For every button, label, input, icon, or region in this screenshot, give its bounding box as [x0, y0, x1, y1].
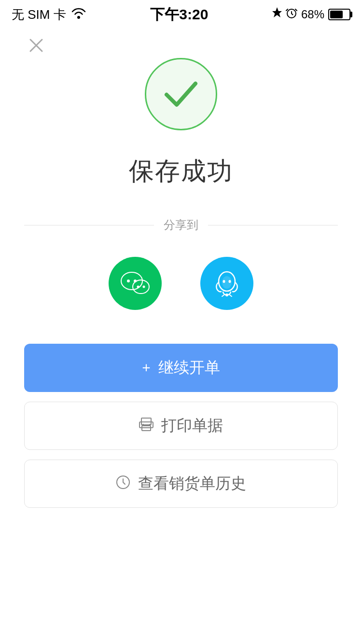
- wechat-logo: [120, 270, 151, 297]
- success-circle: [145, 58, 217, 130]
- share-label: 分享到: [164, 217, 198, 233]
- svg-point-10: [223, 280, 225, 283]
- clock-icon: [116, 475, 130, 493]
- svg-point-11: [228, 280, 231, 283]
- svg-point-4: [133, 280, 149, 294]
- sim-status: 无 SIM 卡: [12, 6, 66, 23]
- svg-point-9: [225, 294, 228, 296]
- print-icon: [139, 418, 153, 434]
- wifi-icon: [71, 7, 86, 22]
- battery-icon: [328, 9, 350, 20]
- action-buttons: + 继续开单 打印单据 查看销货单历史: [0, 344, 362, 508]
- svg-point-2: [127, 280, 130, 282]
- status-left: 无 SIM 卡: [12, 6, 86, 23]
- wechat-share-button[interactable]: [109, 257, 162, 310]
- battery-text: 68%: [301, 8, 324, 21]
- location-icon: [272, 7, 282, 22]
- alarm-icon: [286, 7, 297, 22]
- history-button[interactable]: 查看销货单历史: [24, 460, 338, 508]
- status-time: 下午3:20: [150, 5, 208, 25]
- print-button[interactable]: 打印单据: [24, 402, 338, 450]
- divider-line-left: [24, 225, 154, 225]
- close-button[interactable]: [24, 35, 48, 59]
- checkmark-icon: [164, 81, 198, 108]
- print-label: 打印单据: [161, 415, 223, 436]
- history-label: 查看销货单历史: [138, 473, 246, 494]
- share-divider: 分享到: [0, 217, 362, 233]
- qq-share-button[interactable]: [200, 257, 253, 310]
- status-bar: 无 SIM 卡 下午3:20 68%: [0, 0, 362, 29]
- continue-button[interactable]: + 继续开单: [24, 344, 338, 392]
- close-icon: [28, 37, 45, 57]
- svg-point-5: [137, 285, 139, 288]
- success-title: 保存成功: [129, 154, 233, 188]
- divider-line-right: [208, 225, 338, 225]
- share-icons: [109, 257, 253, 310]
- main-content: 保存成功 分享到: [0, 29, 362, 508]
- svg-point-6: [142, 285, 145, 288]
- continue-label: 继续开单: [158, 357, 220, 378]
- plus-icon: +: [142, 360, 151, 376]
- status-right: 68%: [272, 7, 350, 22]
- qq-logo: [211, 268, 243, 299]
